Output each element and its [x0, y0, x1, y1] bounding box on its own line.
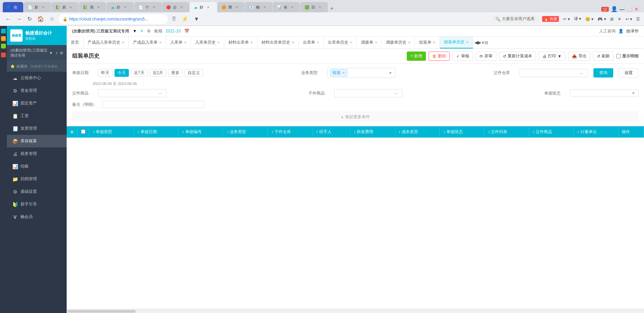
biz-type-tag-remove[interactable]: ✕	[342, 71, 345, 75]
date-btn-1month[interactable]: 近1月	[150, 69, 166, 77]
favorites-section[interactable]: ⭐ 收藏夹 快捷键打开收藏夹	[7, 61, 67, 72]
parent-warehouse-input[interactable]: ···	[520, 69, 588, 77]
browser-tab-1[interactable]: 🔵 在	[3, 2, 23, 12]
bookmark-button[interactable]: ☆	[48, 15, 56, 23]
biz-type-dropdown[interactable]: ▼	[388, 71, 392, 75]
col-handler[interactable]: ↕ 经手人	[312, 126, 350, 138]
child-goods-ellipsis[interactable]: ···	[393, 90, 400, 96]
recalculate-button[interactable]: ↺ 重新计算成本	[499, 52, 536, 61]
tab-close-3[interactable]: ✕	[69, 5, 72, 9]
browser-tab-8[interactable]: ☁ 好 ✕	[190, 2, 217, 12]
refresh-button[interactable]: ↻	[26, 15, 33, 23]
browser-tab-9[interactable]: 🟠 腾 ✕	[217, 2, 245, 12]
tab-close-4[interactable]: ✕	[97, 5, 100, 9]
add-button[interactable]: + 新增	[407, 52, 426, 61]
browser-tab-3[interactable]: 📗 易 ✕	[51, 2, 79, 12]
nav-tab-prod-in[interactable]: 产成品入库单 ✕	[129, 37, 166, 48]
grid-button[interactable]: ⊞	[610, 17, 614, 22]
sidebar-item-member[interactable]: V 畅会员	[7, 211, 67, 223]
child-goods-input[interactable]: ···	[334, 89, 403, 97]
address-input[interactable]: 🔒 https://cloud.chanjet.com/accounting/u…	[58, 14, 168, 24]
sidebar-icon-1[interactable]	[1, 29, 6, 33]
browser-tab-10[interactable]: 📧 畅 ✕	[245, 2, 272, 12]
sidebar-item-settle[interactable]: 📊 结账	[7, 160, 67, 173]
col-unit[interactable]: ↕ 计量单位	[574, 126, 618, 138]
refresh-button-page[interactable]: ↺ 刷新	[593, 52, 614, 61]
game-button[interactable]: 🎮 ▾	[598, 17, 606, 22]
col-status[interactable]: ↕ 单据状态	[440, 126, 484, 138]
nav-tab-close-assemble[interactable]: ✕	[433, 41, 435, 44]
sidebar-item-invoice[interactable]: 🧾 发票管理	[7, 122, 67, 135]
tabs-close-current[interactable]: ✕	[481, 40, 485, 45]
browser-tab-5[interactable]: ☁ 好 ✕	[107, 2, 134, 12]
add-company-button[interactable]: +	[140, 28, 143, 34]
nav-tab-in-hist[interactable]: 入库单历史 ✕	[191, 37, 224, 48]
sidebar-item-tax[interactable]: 🖨 税务管理	[7, 147, 67, 160]
nav-tab-close-prod-in-hist[interactable]: ✕	[122, 41, 124, 44]
col-date[interactable]: ↕ 单据日期	[134, 126, 178, 138]
delete-button[interactable]: 🗑 删除	[429, 52, 450, 61]
calendar-icon[interactable]: 📅	[184, 29, 189, 33]
gear-icon-top[interactable]: ⚙	[147, 29, 151, 33]
parent-goods-input[interactable]: ···	[98, 89, 166, 97]
back-button[interactable]: ←	[4, 15, 12, 23]
hot-search-badge[interactable]: 🔥 热搜	[542, 16, 559, 22]
col-biz-type[interactable]: ↕ 业务类型	[223, 126, 268, 138]
sidebar-item-inventory[interactable]: 📦 库存核算	[7, 135, 67, 147]
nav-tab-mat-out-hist[interactable]: 材料出库单历史 ✕	[257, 37, 299, 48]
order-status-dropdown[interactable]: ▼	[631, 91, 635, 96]
remarks-input[interactable]	[102, 101, 205, 108]
sidebar-item-salary[interactable]: 📋 工资	[7, 110, 67, 122]
tabs-more-options[interactable]: ⊟	[485, 40, 488, 45]
tab-close-2[interactable]: ✕	[42, 5, 44, 9]
emoji-button[interactable]: 😊 ▾	[585, 17, 593, 22]
sidebar-header[interactable]: 畅捷通 畅捷通好会计 旗舰版	[7, 26, 67, 45]
date-btn-7days[interactable]: 近7天	[131, 69, 148, 77]
home-button[interactable]: 🏠	[36, 15, 45, 23]
date-btn-today[interactable]: 今天	[115, 69, 129, 77]
menu-button[interactable]: ☰	[636, 17, 640, 22]
tab-close-7[interactable]: ✕	[180, 5, 183, 9]
translate-button[interactable]: 译 ▾	[574, 16, 581, 22]
company-selector[interactable]: (勿删勿禁用) 江西服宝测试专用 ▼ + ⚙	[7, 45, 67, 61]
date-btn-more[interactable]: 更多	[168, 69, 183, 77]
nav-tab-close-out-order[interactable]: ✕	[317, 41, 319, 44]
col-disassembly-cost[interactable]: ↕ 拆装费用	[350, 126, 395, 138]
parent-goods-ellipsis[interactable]: ···	[157, 90, 163, 96]
date-btn-custom[interactable]: 自定义	[185, 69, 203, 77]
profile-icon[interactable]: 👤	[611, 6, 618, 12]
nav-tab-out-order[interactable]: 出库单 ✕	[299, 37, 324, 48]
tab-close-8[interactable]: ✕	[207, 5, 210, 9]
nav-tab-close-transfer[interactable]: ✕	[375, 41, 377, 44]
tabs-scroll-right[interactable]: ▶	[478, 40, 481, 45]
nav-tab-transfer[interactable]: 调拨单 ✕	[357, 37, 382, 48]
browser-tab-12[interactable]: 🟩 目 ✕	[300, 2, 328, 12]
browser-tab-2[interactable]: 📄 新 ✕	[24, 2, 51, 12]
export-button[interactable]: 📤 导出	[568, 52, 590, 61]
sidebar-item-reports[interactable]: ☁ 云报表中心	[7, 72, 67, 84]
browser-tab-7[interactable]: 🔴 企 ✕	[162, 2, 189, 12]
nav-tab-close-prod-in[interactable]: ✕	[159, 41, 162, 44]
brightness-button[interactable]: ☀	[618, 17, 621, 22]
print-button[interactable]: 🖨 打印 ▼	[539, 52, 565, 61]
search-bar[interactable]: 🔍 大量安卓用户逃离	[492, 15, 538, 23]
col-parent-list[interactable]: ↕ 父件列表	[484, 126, 529, 138]
lightning-button[interactable]: ⚡	[180, 15, 190, 23]
select-all-checkbox[interactable]	[81, 129, 85, 134]
nav-tab-assemble-hist[interactable]: 组装单历史 ✕	[440, 37, 473, 48]
nav-tab-out-hist[interactable]: 出库单历史 ✕	[324, 37, 357, 48]
cut-button[interactable]: ✂ ▾	[563, 17, 569, 22]
table-settings-header[interactable]: ⚙	[67, 126, 78, 138]
tab-close-12[interactable]: ✕	[319, 5, 321, 9]
abandon-button[interactable]: ⟳ 弃审	[476, 52, 496, 61]
forward-button[interactable]: →	[15, 15, 23, 23]
tab-close-10[interactable]: ✕	[263, 5, 266, 9]
horizontal-scrollbar[interactable]	[67, 309, 644, 313]
table-check-header[interactable]	[78, 126, 89, 138]
new-tab-button[interactable]: +	[328, 5, 335, 12]
col-cost-diff[interactable]: ↕ 成本差异	[395, 126, 440, 138]
tab-close-9[interactable]: ✕	[236, 5, 238, 9]
dropdown-button[interactable]: ▼	[192, 15, 201, 23]
query-button[interactable]: 查询	[593, 68, 613, 77]
show-detail-checkbox[interactable]	[616, 54, 621, 58]
